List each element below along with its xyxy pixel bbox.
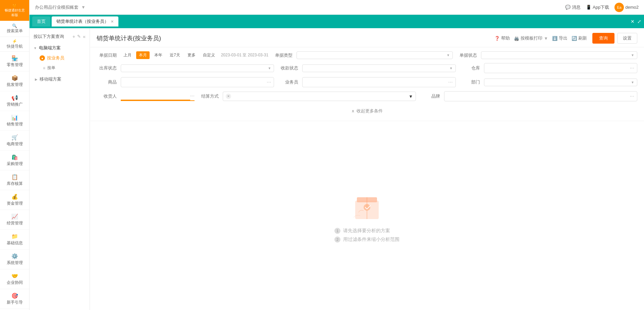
document-status-select[interactable]: ▼ — [481, 51, 637, 59]
tab-home[interactable]: 首页 — [32, 16, 50, 27]
brand-select[interactable]: ··· — [444, 91, 637, 101]
refresh-icon: 🔄 — [572, 36, 577, 41]
settlement-arrow-icon: ▼ — [409, 94, 413, 99]
setting-button[interactable]: 设置 — [617, 33, 637, 44]
edit-scheme-btn[interactable]: ✎ — [77, 34, 81, 39]
help-icon: ❓ — [494, 36, 500, 41]
export-icon: ⬇️ — [552, 36, 557, 41]
user-profile[interactable]: Ea demo2 — [614, 3, 639, 12]
tip-num-1: 1 — [334, 228, 340, 234]
sidebar-item-inventory[interactable]: 📋 库存核算 — [0, 170, 29, 190]
sidebar-item-ecommerce[interactable]: 🛒 电商管理 — [0, 131, 29, 151]
empty-illustration — [347, 189, 387, 222]
sidebar-quicknav[interactable]: ⚡ 快捷导航 — [0, 37, 29, 52]
tip-2: 2 用过滤条件来缩小分析范围 — [334, 237, 399, 243]
sidebar-item-basic[interactable]: 📁 基础信息 — [0, 230, 29, 250]
sidebar-item-finance[interactable]: 💰 资金管理 — [0, 190, 29, 210]
sidebar-item-marketing[interactable]: 📢 营销推广 — [0, 91, 29, 111]
warehouse-select[interactable]: ··· — [484, 63, 637, 73]
scheme-panel-header: 按以下方案查询 + ✎ « — [30, 32, 90, 42]
warehouse-dots-icon[interactable]: ··· — [630, 65, 634, 71]
brand-dots-icon[interactable]: ··· — [630, 93, 634, 99]
date-btn-7days[interactable]: 近7天 — [167, 51, 183, 59]
app-download-btn[interactable]: 📱 App下载 — [586, 4, 609, 10]
sidebar-item-newuser[interactable]: 🎯 新手引导 — [0, 289, 29, 309]
consignee-label: 收货人 — [97, 93, 117, 99]
storage-status-label: 出库状态 — [97, 65, 117, 71]
date-range: 2023-03-01 至 2023-03-31 — [221, 52, 268, 58]
add-scheme-btn[interactable]: + — [72, 34, 75, 39]
mobile-scheme-group[interactable]: ▶ 移动端方案 — [30, 74, 90, 84]
payment-status-select[interactable]: ▼ — [302, 64, 455, 72]
right-panel: 销货单统计表(按业务员) ❓ 帮助 🖨️ 按模板打印 ▼ ⬇ — [90, 28, 644, 310]
settlement-label: 结算方式 — [199, 93, 219, 99]
department-arrow-icon: ▼ — [631, 81, 634, 84]
date-btn-more[interactable]: 更多 — [185, 51, 198, 59]
print-dropdown-icon[interactable]: ▼ — [544, 36, 548, 41]
tab-sales-report[interactable]: 销货单统计表（按业务员） ✕ — [52, 16, 118, 27]
goods-dots-icon[interactable]: ··· — [267, 79, 271, 85]
message-btn[interactable]: 💬 消息 — [565, 4, 581, 10]
date-btn-this-year[interactable]: 本年 — [152, 51, 165, 59]
purchase-icon: 🛍️ — [1, 154, 28, 160]
basic-icon: 📁 — [1, 233, 28, 240]
scheme-item-salesperson[interactable]: ● 按业务员 — [30, 53, 90, 63]
inventory-icon: 📋 — [1, 174, 28, 180]
department-label: 部门 — [460, 79, 480, 85]
payment-status-arrow-icon: ▼ — [449, 66, 453, 70]
sidebar-item-enterprise[interactable]: 🤝 企业协同 — [0, 269, 29, 289]
sidebar-item-retail[interactable]: 🏪 零售管理 — [0, 52, 29, 71]
consignee-input[interactable] — [121, 92, 190, 100]
logo-icon: 🧡 — [3, 3, 26, 8]
settlement-select[interactable]: × ▼ — [223, 92, 416, 101]
top-header: 办公用品行业模拟账套 ▼ 💬 消息 📱 App下载 Ea demo2 — [30, 0, 644, 15]
settlement-clear-btn[interactable]: × — [226, 94, 231, 99]
sidebar-item-sales[interactable]: 📊 销售管理 — [0, 111, 29, 131]
company-dropdown-icon[interactable]: ▼ — [81, 5, 86, 10]
date-label: 单据日期 — [97, 52, 117, 58]
close-window-btn[interactable]: ✕ — [631, 19, 635, 24]
marketing-icon: 📢 — [1, 95, 28, 101]
sidebar-logo[interactable]: 🧡 畅捷通好生意标版 — [0, 0, 29, 21]
maximize-window-btn[interactable]: ⤢ — [637, 19, 641, 24]
tab-close-btn[interactable]: ✕ — [111, 19, 114, 24]
collapse-scheme-btn[interactable]: « — [83, 34, 86, 39]
main-area: 办公用品行业模拟账套 ▼ 💬 消息 📱 App下载 Ea demo2 首页 — [30, 0, 644, 310]
help-btn[interactable]: ❓ 帮助 — [494, 35, 510, 41]
date-btn-custom[interactable]: 自定义 — [200, 51, 218, 59]
export-btn[interactable]: ⬇️ 导出 — [552, 35, 568, 41]
doc-status-label: 单据状态 — [457, 52, 477, 58]
sidebar-item-system[interactable]: ⚙️ 系统管理 — [0, 250, 29, 269]
refresh-btn[interactable]: 🔄 刷新 — [572, 35, 587, 41]
desktop-group-title[interactable]: ▼ 电脑端方案 — [30, 43, 90, 53]
storage-status-select[interactable]: ▼ — [121, 64, 274, 72]
avatar: Ea — [614, 3, 624, 12]
sidebar: 🧡 畅捷通好生意标版 🔍 搜索菜单 ⚡ 快捷导航 🏪 零售管理 📦 批发管理 📢… — [0, 0, 30, 310]
query-button[interactable]: 查询 — [592, 33, 614, 44]
department-select[interactable]: ▼ — [484, 79, 637, 86]
date-btn-this-month[interactable]: 本月 — [136, 51, 150, 59]
tab-bar: 首页 销货单统计表（按业务员） ✕ ✕ ⤢ — [30, 15, 644, 28]
empty-tips: 1 请先选择要分析的方案 2 用过滤条件来缩小分析范围 — [334, 228, 399, 243]
print-btn[interactable]: 🖨️ 按模板打印 ▼ — [514, 35, 548, 41]
desktop-scheme-group: ▼ 电脑端方案 ● 按业务员 ≡ 按单 — [30, 42, 90, 74]
date-btn-last-month[interactable]: 上月 — [121, 51, 134, 59]
salesperson-select[interactable]: ··· — [302, 77, 455, 87]
sidebar-item-management[interactable]: 📈 经营管理 — [0, 210, 29, 230]
collapse-btn[interactable]: ∧ 收起更多条件 — [97, 105, 637, 117]
doc-type-label: 单据类型 — [272, 52, 292, 58]
goods-select[interactable]: ··· — [121, 77, 274, 87]
document-type-select[interactable]: ▼ — [297, 51, 453, 59]
sidebar-item-purchase[interactable]: 🛍️ 采购管理 — [0, 151, 29, 170]
settlement-tag: × — [226, 94, 231, 99]
header-right: 💬 消息 📱 App下载 Ea demo2 — [565, 3, 639, 12]
tab-maximize-btns: ✕ ⤢ — [631, 19, 641, 24]
sidebar-search[interactable]: 🔍 搜索菜单 — [0, 21, 29, 37]
sidebar-item-wholesale[interactable]: 📦 批发管理 — [0, 71, 29, 91]
salesperson-dots-icon[interactable]: ··· — [448, 79, 452, 85]
consignee-dots-icon[interactable]: ··· — [190, 93, 195, 99]
system-icon: ⚙️ — [1, 253, 28, 259]
filter-area: 单据日期 上月 本月 本年 近7天 更多 自定义 2023-03-01 至 20… — [90, 47, 644, 121]
scheme-subitem-order[interactable]: ≡ 按单 — [30, 63, 90, 73]
svg-point-3 — [364, 204, 370, 211]
